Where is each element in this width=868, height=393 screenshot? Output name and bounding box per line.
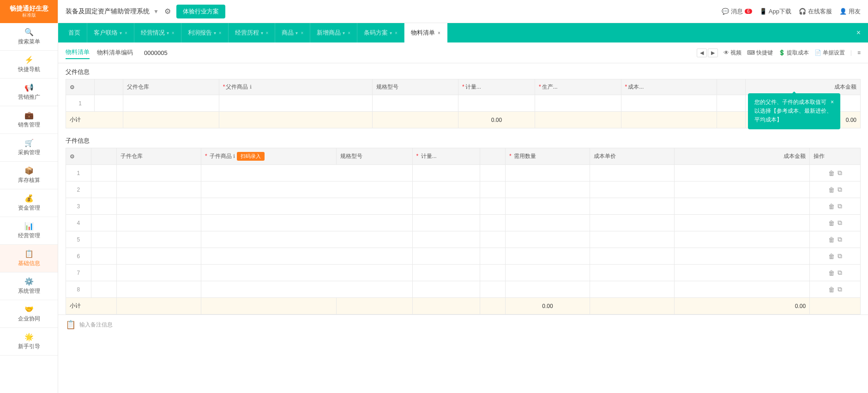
child-row-need-qty[interactable] <box>505 198 590 215</box>
copy-icon[interactable]: ⧉ <box>838 269 842 277</box>
child-row-need-qty[interactable] <box>505 181 590 198</box>
child-row-unit-cost[interactable] <box>590 165 675 181</box>
single-settings-button[interactable]: 📄 单据设置 <box>814 49 845 57</box>
tab-customers[interactable]: 客户联络 ▾ × <box>87 23 134 42</box>
sidebar-item-collab[interactable]: 🤝 企业协同 <box>0 300 58 328</box>
tab-operations[interactable]: 经营情况 ▾ × <box>134 23 181 42</box>
copy-icon[interactable]: ⧉ <box>838 186 842 193</box>
expand-icon[interactable]: ≡ <box>857 49 861 56</box>
child-row-product[interactable] <box>201 231 412 248</box>
child-row-product[interactable] <box>201 265 412 281</box>
view-button[interactable]: 👁 视频 <box>723 49 741 57</box>
copy-icon[interactable]: ⧉ <box>838 202 842 210</box>
sidebar-item-search[interactable]: 🔍 搜索菜单 <box>0 23 58 51</box>
delete-icon[interactable]: 🗑 <box>828 286 835 293</box>
child-row-need-qty[interactable] <box>505 265 590 281</box>
child-row-warehouse[interactable] <box>116 248 201 265</box>
sidebar-item-inventory[interactable]: 📦 库存核算 <box>0 162 58 189</box>
prev-record-button[interactable]: ◀ <box>697 48 707 57</box>
close-icon[interactable]: × <box>348 30 350 36</box>
close-icon[interactable]: × <box>395 30 398 36</box>
child-row-warehouse[interactable] <box>116 181 201 198</box>
child-row-unit-cost[interactable] <box>590 215 675 231</box>
parent-col-gear[interactable]: ⚙ <box>66 79 95 95</box>
child-row-need-qty[interactable] <box>505 165 590 181</box>
parent-row-cost[interactable] <box>621 95 717 112</box>
delete-icon[interactable]: 🗑 <box>828 203 835 210</box>
copy-icon[interactable]: ⧉ <box>838 285 842 293</box>
delete-icon[interactable]: 🗑 <box>828 269 835 277</box>
child-row-unit-cost[interactable] <box>590 198 675 215</box>
trial-button[interactable]: 体验行业方案 <box>176 5 225 18</box>
delete-icon[interactable]: 🗑 <box>828 236 835 243</box>
child-row-unit-cost[interactable] <box>590 181 675 198</box>
delete-icon[interactable]: 🗑 <box>828 219 835 227</box>
notes-hint[interactable]: 输入备注信息 <box>79 321 113 329</box>
tab-home[interactable]: 首页 <box>62 23 87 42</box>
shortcut-button[interactable]: ⌨ 快捷键 <box>747 49 773 57</box>
close-icon[interactable]: × <box>125 30 127 36</box>
delete-icon[interactable]: 🗑 <box>828 186 835 193</box>
child-row-product[interactable] <box>201 281 412 298</box>
child-row-unit-cost[interactable] <box>590 248 675 265</box>
tab-bom[interactable]: 物料清单 × <box>404 23 447 42</box>
sidebar-item-basic[interactable]: 📋 基础信息 <box>0 245 58 272</box>
next-record-button[interactable]: ▶ <box>708 48 718 57</box>
close-icon[interactable]: × <box>172 30 175 36</box>
close-icon[interactable]: × <box>301 30 303 36</box>
scan-button[interactable]: 扫码录入 <box>237 152 265 161</box>
tab-goods[interactable]: 商品 ▾ × <box>275 23 310 42</box>
tab-barcode[interactable]: 条码方案 ▾ × <box>357 23 404 42</box>
sidebar-item-sales[interactable]: 💼 销售管理 <box>0 106 58 134</box>
parent-row-warehouse[interactable] <box>123 95 219 112</box>
sidebar-item-marketing[interactable]: 📢 营销推广 <box>0 79 58 106</box>
delete-icon[interactable]: 🗑 <box>828 169 835 177</box>
sub-tab-bom-list[interactable]: 物料清单 <box>66 46 90 59</box>
parent-row-production[interactable] <box>535 95 621 112</box>
child-row-product[interactable] <box>201 165 412 181</box>
child-row-warehouse[interactable] <box>116 281 201 298</box>
child-row-product[interactable] <box>201 248 412 265</box>
sidebar-item-quick-nav[interactable]: ⚡ 快捷导航 <box>0 51 58 79</box>
tooltip-close-button[interactable]: × <box>831 98 834 107</box>
user-menu-button[interactable]: 👤 用友 <box>839 7 861 16</box>
copy-icon[interactable]: ⧉ <box>838 252 842 260</box>
copy-icon[interactable]: ⧉ <box>838 219 842 227</box>
copy-icon[interactable]: ⧉ <box>838 169 842 177</box>
close-icon[interactable]: × <box>266 30 269 36</box>
message-button[interactable]: 💬 消息 6 <box>722 7 752 16</box>
tab-history[interactable]: 经营历程 ▾ × <box>229 23 276 42</box>
child-row-warehouse[interactable] <box>116 198 201 215</box>
child-row-product[interactable] <box>201 215 412 231</box>
child-row-unit-cost[interactable] <box>590 281 675 298</box>
child-row-need-qty[interactable] <box>505 281 590 298</box>
app-download-button[interactable]: 📱 App下载 <box>760 7 791 16</box>
parent-row-product[interactable] <box>219 95 372 112</box>
online-service-button[interactable]: 🎧 在线客服 <box>799 7 832 16</box>
child-row-unit-cost[interactable] <box>590 231 675 248</box>
copy-icon[interactable]: ⧉ <box>838 236 842 243</box>
child-row-unit-cost[interactable] <box>590 265 675 281</box>
sidebar-item-ops[interactable]: 📊 经营管理 <box>0 217 58 245</box>
close-icon[interactable]: × <box>438 30 440 36</box>
child-row-warehouse[interactable] <box>116 165 201 181</box>
sidebar-item-finance[interactable]: 💰 资金管理 <box>0 189 58 217</box>
child-row-warehouse[interactable] <box>116 231 201 248</box>
sub-tab-bom-code[interactable]: 物料清单编码 <box>97 47 133 59</box>
child-row-product[interactable] <box>201 181 412 198</box>
extract-cost-button[interactable]: 💲 提取成本 <box>778 49 809 57</box>
tab-new-goods[interactable]: 新增商品 ▾ × <box>310 23 357 42</box>
sidebar-item-system[interactable]: ⚙️ 系统管理 <box>0 272 58 300</box>
tab-profit[interactable]: 利润报告 ▾ × <box>181 23 229 42</box>
parent-row-unit[interactable] <box>458 95 535 112</box>
child-row-need-qty[interactable] <box>505 248 590 265</box>
child-row-need-qty[interactable] <box>505 215 590 231</box>
sidebar-item-guide[interactable]: 🌟 新手引导 <box>0 328 58 356</box>
dropdown-arrow-icon[interactable]: ▼ <box>153 8 159 15</box>
close-icon[interactable]: × <box>219 30 222 36</box>
child-row-need-qty[interactable] <box>505 231 590 248</box>
child-row-warehouse[interactable] <box>116 215 201 231</box>
sidebar-item-purchase[interactable]: 🛒 采购管理 <box>0 134 58 162</box>
child-row-warehouse[interactable] <box>116 265 201 281</box>
delete-icon[interactable]: 🗑 <box>828 253 835 260</box>
